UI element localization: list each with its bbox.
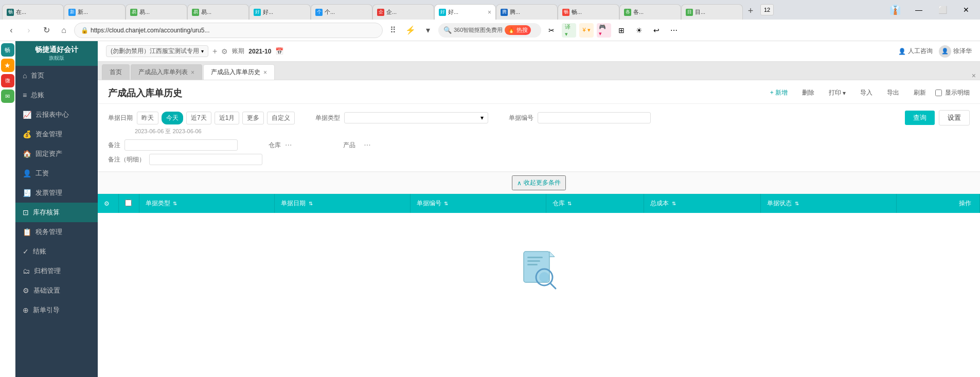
currency-icon[interactable]: ¥ ▾ <box>579 23 594 38</box>
calendar-icon[interactable]: 📅 <box>275 47 283 55</box>
warehouse-dots[interactable]: ··· <box>285 140 292 150</box>
settings-top-icon[interactable]: ⚙ <box>221 47 228 56</box>
product-dots[interactable]: ··· <box>364 140 370 150</box>
tab-item-tab10[interactable]: 畅 畅... <box>558 4 619 20</box>
tab-item-tab3[interactable]: 易 易... <box>126 4 187 20</box>
consultant-button[interactable]: 👤 人工咨询 <box>898 47 933 56</box>
tab-item-tab6[interactable]: 个 个... <box>311 4 372 20</box>
collapse-button[interactable]: ∧ 收起更多条件 <box>512 175 566 190</box>
panel-close-icon[interactable]: × <box>972 71 976 80</box>
more-icon[interactable]: ⋯ <box>667 23 681 38</box>
sidebar-item-salary[interactable]: 👤 工资 <box>15 164 98 183</box>
col-bill-date[interactable]: 单据日期 ⇅ <box>275 194 411 213</box>
col-bill-status[interactable]: 单据状态 ⇅ <box>761 194 897 213</box>
checkout-icon: ✓ <box>23 247 29 256</box>
tab-close-8[interactable]: × <box>488 9 491 16</box>
date-btn-more[interactable]: 更多 <box>242 112 264 124</box>
sidebar-label-invoice: 发票管理 <box>35 188 62 198</box>
delete-button[interactable]: 删除 <box>797 86 819 99</box>
show-col-checkbox-label[interactable]: 显示明细 <box>935 88 970 97</box>
content-tab-list-close[interactable]: × <box>191 69 194 76</box>
select-all-checkbox[interactable] <box>125 200 132 206</box>
quick-icon-star[interactable]: ★ <box>1 59 14 72</box>
tab-item-tab8-active[interactable]: 好 好... × <box>434 4 496 20</box>
undo-icon[interactable]: ↩ <box>649 23 664 38</box>
content-tab-history-close[interactable]: × <box>263 69 267 76</box>
bill-no-input[interactable] <box>538 112 651 123</box>
sidebar-item-archive[interactable]: 🗂 归档管理 <box>15 261 98 281</box>
translate-icon[interactable]: 译 ▾ <box>562 23 576 38</box>
sidebar-item-inventory[interactable]: ⊡ 库存核算 <box>15 203 98 222</box>
profile-icon[interactable]: 👔 <box>883 2 907 18</box>
export-button[interactable]: 导出 <box>882 86 904 99</box>
consultant-label: 人工咨询 <box>908 47 933 56</box>
date-btn-yesterday[interactable]: 昨天 <box>137 112 158 124</box>
quick-icon-weibo[interactable]: 微 <box>1 74 14 87</box>
tab-item-tab2[interactable]: 新 新... <box>64 4 126 20</box>
content-tab-home[interactable]: 首页 <box>102 64 130 80</box>
sidebar-item-asset[interactable]: 🏠 固定资产 <box>15 144 98 164</box>
tab-item-tab12[interactable]: 目 目... <box>681 4 743 20</box>
sidebar-item-home[interactable]: ⌂ 首页 <box>15 66 98 85</box>
quick-icon-mail[interactable]: ✉ <box>1 89 14 103</box>
search-bar[interactable]: 🔍 360智能抠图免费用 🔥 热搜 <box>438 23 541 38</box>
bill-type-select[interactable]: ▾ <box>344 112 488 123</box>
sidebar-item-tax[interactable]: 📋 税务管理 <box>15 222 98 242</box>
refresh-button[interactable]: 刷新 <box>908 86 931 99</box>
minimize-button[interactable]: — <box>907 2 931 18</box>
new-tab-button[interactable]: + <box>743 3 758 19</box>
scissors-icon[interactable]: ✂ <box>544 23 559 38</box>
date-btn-7days[interactable]: 近7天 <box>186 112 211 124</box>
sidebar-item-fund[interactable]: 💰 资金管理 <box>15 124 98 144</box>
company-selector[interactable]: (勿删勿禁用）江西服宝测试专用 ▾ <box>106 45 208 57</box>
grid-icon[interactable]: ⊞ <box>614 23 629 38</box>
close-window-button[interactable]: ✕ <box>954 2 978 18</box>
tab-item-tab9[interactable]: 腾 腾... <box>496 4 558 20</box>
forward-button[interactable]: › <box>22 23 36 38</box>
sidebar-item-checkout[interactable]: ✓ 结账 <box>15 242 98 261</box>
col-warehouse[interactable]: 仓库 ⇅ <box>546 194 644 213</box>
maximize-button[interactable]: ⬜ <box>931 2 954 18</box>
tab-item-tab11[interactable]: 各 各... <box>619 4 681 20</box>
new-button[interactable]: + 新增 <box>765 86 793 99</box>
sidebar-item-ledger[interactable]: ≡ 总账 <box>15 85 98 105</box>
col-gear[interactable]: ⚙ <box>98 194 118 213</box>
reload-button[interactable]: ↻ <box>39 23 54 38</box>
user-avatar[interactable]: 👤 徐泽华 <box>939 45 972 58</box>
date-btn-today[interactable]: 今天 <box>162 112 183 124</box>
address-input[interactable]: 🔒 https://cloud.chanjet.com/accounting/u… <box>74 23 383 38</box>
remark-detail-input[interactable] <box>149 154 262 165</box>
content-tab-history[interactable]: 产成品入库单历史 × <box>203 64 275 80</box>
home-nav-button[interactable]: ⌂ <box>57 23 71 38</box>
sidebar-item-newbill[interactable]: ⊕ 新单引导 <box>15 300 98 320</box>
tab-item-tab5[interactable]: 好 好... <box>249 4 311 20</box>
col-check[interactable] <box>118 194 139 213</box>
sidebar-item-invoice[interactable]: 🧾 发票管理 <box>15 183 98 203</box>
remark-input[interactable] <box>124 139 238 151</box>
content-tab-list[interactable]: 产成品入库单列表 × <box>131 64 202 80</box>
show-col-checkbox[interactable] <box>935 89 942 96</box>
print-button[interactable]: 打印 ▾ <box>824 86 851 99</box>
tab-item-tab1[interactable]: 畅 在... <box>2 4 64 20</box>
import-button[interactable]: 导入 <box>855 86 878 99</box>
col-bill-no[interactable]: 单据编号 ⇅ <box>411 194 546 213</box>
query-button[interactable]: 查询 <box>905 111 935 125</box>
game-icon[interactable]: 🎮 ▾ <box>597 23 611 38</box>
date-btn-1month[interactable]: 近1月 <box>215 112 240 124</box>
app-topbar: (勿删勿禁用）江西服宝测试专用 ▾ + ⚙ 账期 2021-10 📅 👤 人工咨… <box>98 41 980 62</box>
date-btn-custom[interactable]: 自定义 <box>267 112 295 124</box>
col-bill-type[interactable]: 单据类型 ⇅ <box>139 194 275 213</box>
filter-settings-button[interactable]: 设置 <box>939 110 970 125</box>
add-button[interactable]: + <box>212 47 217 56</box>
sidebar-item-report[interactable]: 📈 云报表中心 <box>15 105 98 124</box>
theme-icon[interactable]: ☀ <box>632 23 646 38</box>
back-button[interactable]: ‹ <box>4 23 19 38</box>
browser-menu-icon[interactable]: ⠿ <box>386 23 400 38</box>
sidebar-item-basic[interactable]: ⚙ 基础设置 <box>15 281 98 300</box>
tab-item-tab7[interactable]: 企 企... <box>372 4 434 20</box>
tab-item-tab4[interactable]: 易 易... <box>187 4 249 20</box>
col-total-cost[interactable]: 总成本 ⇅ <box>644 194 761 213</box>
lightning-icon[interactable]: ⚡ <box>403 23 418 38</box>
quick-icon-chanjet[interactable]: 畅 <box>1 43 14 57</box>
dropdown-icon[interactable]: ▾ <box>421 23 435 38</box>
